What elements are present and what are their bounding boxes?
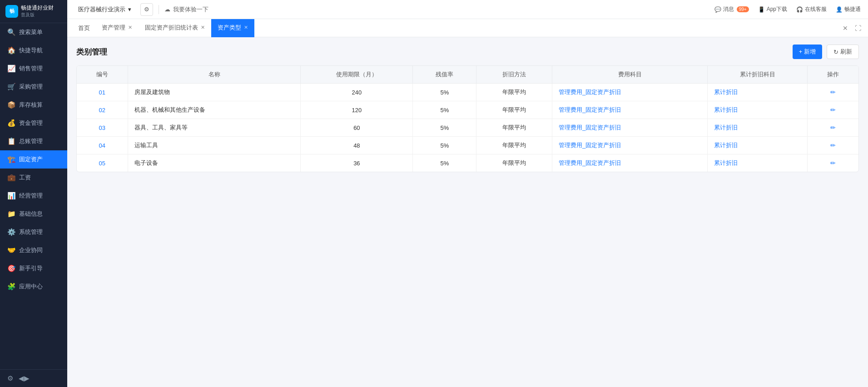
sidebar-item-capital[interactable]: 💰 资金管理	[0, 114, 67, 132]
refresh-button[interactable]: ↻ 刷新	[827, 45, 859, 59]
tab-controls: ✕ ⛶	[841, 24, 863, 33]
customer-service-button[interactable]: 🎧 在线客服	[796, 5, 827, 13]
sidebar-item-system[interactable]: ⚙️ 系统管理	[0, 223, 67, 241]
download-label: App下载	[767, 5, 787, 13]
sidebar-item-label: 资金管理	[19, 119, 43, 127]
sidebar-item-label: 基础信息	[19, 210, 43, 218]
wage-icon: 💼	[7, 174, 15, 182]
cell-method-1: 年限平均	[476, 101, 552, 119]
sidebar-item-label: 总账管理	[19, 137, 43, 145]
cell-residual-4: 5%	[413, 154, 476, 172]
col-header-action: 操作	[808, 66, 858, 84]
sidebar-item-label: 库存核算	[19, 101, 43, 109]
sidebar-item-ledger[interactable]: 📋 总账管理	[0, 132, 67, 150]
table-header-row: 编号 名称 使用期限（月） 残值率 折旧方法 费用科目 累计折旧科目 操作	[77, 66, 858, 84]
experience-button[interactable]: ☁ 我要体验一下	[164, 5, 208, 14]
tab-depreciation-report[interactable]: 固定资产折旧统计表 ✕	[139, 19, 211, 37]
sidebar-item-label: 新手引导	[19, 264, 43, 273]
tab-depreciation-label: 固定资产折旧统计表	[145, 24, 198, 32]
sidebar-item-collab[interactable]: 🤝 企业协同	[0, 241, 67, 259]
settings-icon[interactable]: ⚙	[7, 374, 13, 382]
page-header: 类别管理 + 新增 ↻ 刷新	[76, 45, 859, 59]
apps-icon: 🧩	[7, 283, 15, 291]
cell-residual-1: 5%	[413, 101, 476, 119]
tab-close-asset[interactable]: ✕	[128, 25, 132, 30]
sales-icon: 📈	[7, 64, 15, 73]
sidebar-item-label: 搜索菜单	[19, 28, 43, 36]
cell-period-4: 36	[301, 154, 413, 172]
cell-code-0: 01	[77, 84, 128, 101]
cell-accum-4: 累计折旧	[708, 154, 808, 172]
company-name: 医疗器械行业演示	[78, 5, 125, 14]
edit-button-1[interactable]: ✏	[830, 106, 836, 114]
cell-method-2: 年限平均	[476, 119, 552, 137]
tab-asset-management[interactable]: 资产管理 ✕	[95, 19, 139, 37]
cell-method-4: 年限平均	[476, 154, 552, 172]
tab-close-depreciation[interactable]: ✕	[201, 25, 205, 30]
sidebar-item-basic[interactable]: 📁 基础信息	[0, 205, 67, 223]
tab-home[interactable]: 首页	[73, 19, 95, 37]
sidebar-item-purchase[interactable]: 🛒 采购管理	[0, 78, 67, 96]
sidebar-item-label: 快捷导航	[19, 46, 43, 55]
sidebar-footer: ⚙ ◀▶	[0, 369, 67, 387]
col-header-name: 名称	[128, 66, 301, 84]
fixed-icon: 🏗️	[7, 155, 15, 164]
header-actions: + 新增 ↻ 刷新	[793, 45, 859, 59]
sidebar-item-operation[interactable]: 📊 经营管理	[0, 187, 67, 205]
maximize-tab-button[interactable]: ⛶	[853, 24, 863, 33]
sidebar-item-label: 工资	[19, 174, 31, 182]
message-button[interactable]: 💬 消息 99+	[714, 5, 749, 13]
sidebar-item-fixed[interactable]: 🏗️ 固定资产	[0, 150, 67, 169]
sidebar-item-apps[interactable]: 🧩 应用中心	[0, 278, 67, 296]
home-tab-label: 首页	[78, 24, 90, 32]
purchase-icon: 🛒	[7, 83, 15, 91]
cell-name-2: 器具、工具、家具等	[128, 119, 301, 137]
cell-period-3: 48	[301, 137, 413, 154]
sidebar-item-wage[interactable]: 💼 工资	[0, 169, 67, 187]
user-label: 畅捷通	[844, 5, 861, 13]
sidebar-item-search[interactable]: 🔍 搜索菜单	[0, 23, 67, 41]
cell-action-2: ✏	[808, 119, 858, 137]
cell-fee-0: 管理费用_固定资产折旧	[552, 84, 707, 101]
tab-asset-type-label: 资产类型	[218, 24, 241, 32]
edit-button-3[interactable]: ✏	[830, 142, 836, 149]
capital-icon: 💰	[7, 119, 15, 127]
tab-asset-type[interactable]: 资产类型 ✕	[211, 19, 254, 37]
data-table: 编号 名称 使用期限（月） 残值率 折旧方法 费用科目 累计折旧科目 操作 01…	[76, 65, 859, 172]
user-button[interactable]: 👤 畅捷通	[836, 5, 861, 13]
sidebar-item-inventory[interactable]: 📦 库存核算	[0, 96, 67, 114]
basic-icon: 📁	[7, 210, 15, 218]
cell-code-1: 02	[77, 101, 128, 119]
app-download-button[interactable]: 📱 App下载	[758, 5, 787, 13]
table-row: 01 房屋及建筑物 240 5% 年限平均 管理费用_固定资产折旧 累计折旧 ✏	[77, 84, 858, 101]
sidebar-item-guide[interactable]: 🎯 新手引导	[0, 259, 67, 278]
collapse-icon[interactable]: ◀▶	[19, 374, 30, 382]
sidebar-item-quicknav[interactable]: 🏠 快捷导航	[0, 41, 67, 60]
operation-icon: 📊	[7, 192, 15, 200]
edit-button-2[interactable]: ✏	[830, 124, 836, 131]
topbar-right: 💬 消息 99+ 📱 App下载 🎧 在线客服 👤 畅捷通	[714, 5, 861, 13]
logo-text-block: 畅捷通好业财 普及版	[21, 5, 54, 18]
message-label: 消息	[723, 5, 734, 13]
guide-icon: 🎯	[7, 264, 15, 273]
cell-method-3: 年限平均	[476, 137, 552, 154]
cell-period-0: 240	[301, 84, 413, 101]
cell-code-4: 05	[77, 154, 128, 172]
company-selector[interactable]: 医疗器械行业演示 ▾	[74, 4, 135, 15]
logo-name: 畅捷通好业财	[21, 5, 54, 12]
sidebar-logo: 畅 畅捷通好业财 普及版	[0, 0, 67, 23]
tab-close-asset-type[interactable]: ✕	[244, 25, 248, 30]
logo-icon: 畅	[5, 5, 18, 18]
sidebar-item-label: 采购管理	[19, 83, 43, 91]
settings-button[interactable]: ⚙	[140, 3, 153, 16]
cell-name-3: 运输工具	[128, 137, 301, 154]
sidebar-item-sales[interactable]: 📈 销售管理	[0, 60, 67, 78]
cell-residual-3: 5%	[413, 137, 476, 154]
inventory-icon: 📦	[7, 101, 15, 109]
edit-button-4[interactable]: ✏	[830, 159, 836, 167]
edit-button-0[interactable]: ✏	[830, 89, 836, 96]
new-button[interactable]: + 新增	[793, 45, 822, 59]
logo-sub: 普及版	[21, 12, 54, 18]
sidebar-item-label: 销售管理	[19, 64, 43, 73]
close-tab-button[interactable]: ✕	[841, 24, 850, 33]
